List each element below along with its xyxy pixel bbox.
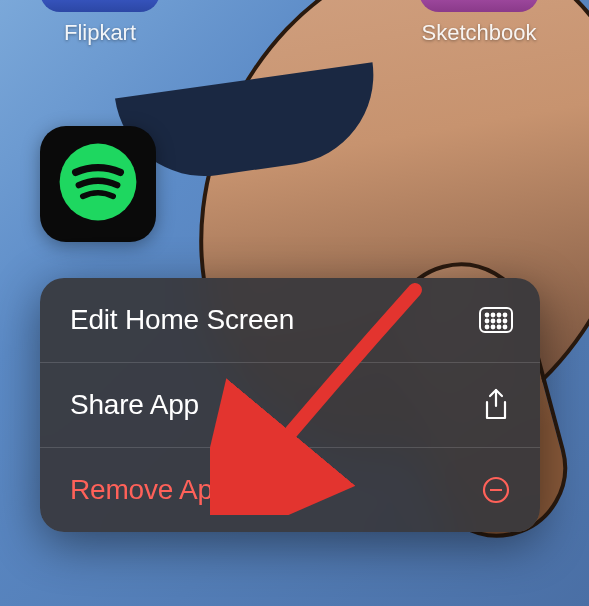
menu-item-remove-app[interactable]: Remove App [40, 448, 540, 532]
menu-item-share-app[interactable]: Share App [40, 363, 540, 448]
menu-item-label: Remove App [70, 474, 228, 506]
share-icon [478, 387, 514, 423]
menu-item-edit-home-screen[interactable]: Edit Home Screen [40, 278, 540, 363]
svg-point-12 [498, 326, 501, 329]
svg-point-3 [492, 314, 495, 317]
spotify-icon [58, 142, 138, 226]
svg-point-2 [486, 314, 489, 317]
app-icon-spotify[interactable] [40, 126, 156, 242]
svg-rect-1 [480, 308, 512, 332]
svg-point-13 [504, 326, 507, 329]
home-icons-row: Flipkart Sketchbook [0, 0, 589, 46]
menu-item-label: Share App [70, 389, 199, 421]
svg-point-5 [504, 314, 507, 317]
grid-icon [478, 302, 514, 338]
menu-item-label: Edit Home Screen [70, 304, 294, 336]
svg-point-9 [504, 320, 507, 323]
svg-point-11 [492, 326, 495, 329]
app-tile [40, 0, 160, 12]
app-label: Sketchbook [419, 20, 539, 46]
app-tile [419, 0, 539, 12]
app-icon-sketchbook[interactable]: Sketchbook [419, 0, 539, 46]
context-menu: Edit Home Screen Share App Remove App [40, 278, 540, 532]
svg-point-6 [486, 320, 489, 323]
svg-point-4 [498, 314, 501, 317]
app-label: Flipkart [40, 20, 160, 46]
svg-point-7 [492, 320, 495, 323]
remove-circle-icon [478, 472, 514, 508]
app-icon-flipkart[interactable]: Flipkart [40, 0, 160, 46]
svg-point-8 [498, 320, 501, 323]
svg-point-10 [486, 326, 489, 329]
